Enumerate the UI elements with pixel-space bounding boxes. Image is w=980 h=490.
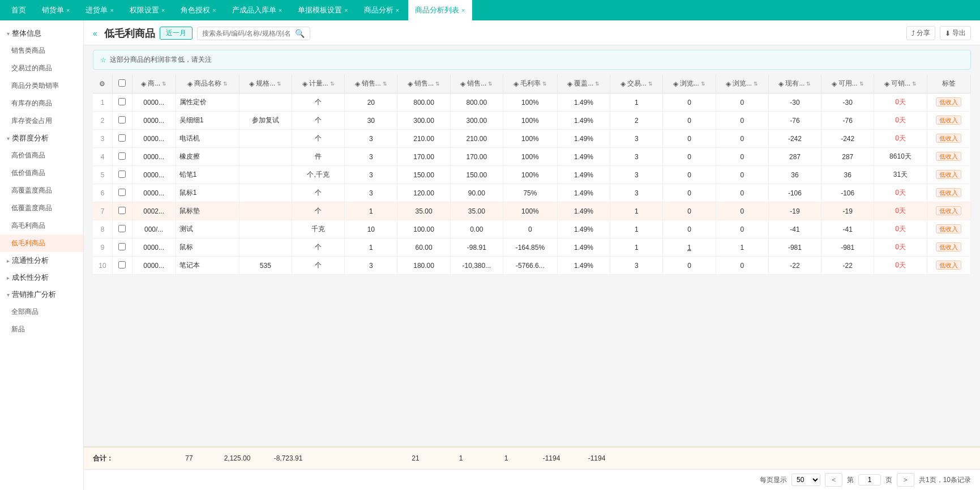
cell-checkbox[interactable] xyxy=(112,166,132,184)
nav-purchase-order[interactable]: 进货单 × xyxy=(79,0,120,20)
cell-transaction: 1 xyxy=(610,202,663,220)
row-checkbox[interactable] xyxy=(118,134,126,142)
sidebar-item-high-value[interactable]: 高价值商品 xyxy=(0,147,83,164)
sidebar-item-stock-capital[interactable]: 库存资金占用 xyxy=(0,112,83,130)
nav-close-analysis[interactable]: × xyxy=(396,7,399,14)
sidebar-item-high-margin[interactable]: 高毛利商品 xyxy=(0,217,83,235)
cell-browse1[interactable]: 0 xyxy=(663,166,716,184)
cell-gross-margin: 100% xyxy=(503,112,557,130)
cell-sale-price: 100.00 xyxy=(397,220,450,238)
sidebar-item-low-value[interactable]: 低价值商品 xyxy=(0,164,83,182)
nav-close-role[interactable]: × xyxy=(212,7,216,14)
filter-recent-month-btn[interactable]: 近一月 xyxy=(160,27,192,40)
cell-name: 鼠标垫 xyxy=(176,202,239,220)
cell-browse1[interactable]: 0 xyxy=(663,93,716,112)
share-btn[interactable]: ⤴ 分享 xyxy=(906,26,935,40)
nav-template-setting[interactable]: 单据模板设置 × xyxy=(291,0,354,20)
sidebar-item-category-rate[interactable]: 商品分类助销率 xyxy=(0,77,83,95)
row-checkbox[interactable] xyxy=(118,116,126,123)
row-checkbox[interactable] xyxy=(118,189,126,196)
sidebar-group-flow[interactable]: ▸ 流通性分析 xyxy=(0,252,83,269)
sidebar-item-low-margin[interactable]: 低毛利商品 xyxy=(0,235,83,252)
cell-browse2: 0 xyxy=(716,148,768,166)
nav-close-template[interactable]: × xyxy=(344,7,348,14)
row-checkbox[interactable] xyxy=(118,207,126,214)
cell-browse1[interactable]: 0 xyxy=(663,112,716,130)
cell-checkbox[interactable] xyxy=(112,238,132,257)
nav-close-purchase[interactable]: × xyxy=(110,7,113,14)
row-checkbox[interactable] xyxy=(118,243,126,250)
cell-checkbox[interactable] xyxy=(112,93,132,112)
nav-home[interactable]: 首页 xyxy=(5,0,33,20)
cell-checkbox[interactable] xyxy=(112,130,132,148)
col-settings[interactable]: ⚙ xyxy=(93,74,112,93)
cell-browse1[interactable]: 0 xyxy=(663,202,716,220)
cell-sale-price: 60.00 xyxy=(397,238,450,257)
cell-checkbox[interactable] xyxy=(112,148,132,166)
cell-browse1[interactable]: 0 xyxy=(663,220,716,238)
cell-name: 吴细细1 xyxy=(176,112,239,130)
browse-value: 0 xyxy=(687,117,691,125)
cell-browse1[interactable]: 0 xyxy=(663,148,716,166)
export-btn[interactable]: ⬇ 导出 xyxy=(940,26,971,40)
nav-product-entry[interactable]: 产成品入库单 × xyxy=(225,0,289,20)
cell-browse1[interactable]: 0 xyxy=(663,257,716,275)
cell-sale-profit: 150.00 xyxy=(450,166,503,184)
nav-permission-setting[interactable]: 权限设置 × xyxy=(123,0,172,20)
sidebar-item-all-goods[interactable]: 全部商品 xyxy=(0,303,83,321)
nav-close-permission[interactable]: × xyxy=(161,7,165,14)
cell-spec: 535 xyxy=(239,257,292,275)
collapse-sidebar-btn[interactable]: « xyxy=(93,29,97,38)
prev-page-btn[interactable]: ＜ xyxy=(825,473,842,487)
nav-goods-analysis-list[interactable]: 商品分析列表 × xyxy=(408,0,472,20)
cell-spec xyxy=(239,93,292,112)
sidebar-item-sales-goods[interactable]: 销售类商品 xyxy=(0,42,83,59)
nav-role-auth[interactable]: 角色授权 × xyxy=(174,0,222,20)
row-checkbox[interactable] xyxy=(118,152,126,160)
sidebar-item-stock-goods[interactable]: 有库存的商品 xyxy=(0,95,83,112)
row-checkbox[interactable] xyxy=(118,225,126,232)
main-layout: ▾ 整体信息 销售类商品 交易过的商品 商品分类助销率 有库存的商品 库存资金占… xyxy=(0,20,980,490)
cell-checkbox[interactable] xyxy=(112,220,132,238)
nav-close-product[interactable]: × xyxy=(279,7,282,14)
cell-sale-profit: 170.00 xyxy=(450,148,503,166)
sidebar-item-low-coverage[interactable]: 低覆盖度商品 xyxy=(0,199,83,217)
sidebar-item-traded-goods[interactable]: 交易过的商品 xyxy=(0,59,83,77)
browse-link[interactable]: 1 xyxy=(687,244,691,252)
cell-name: 橡皮擦 xyxy=(176,148,239,166)
cell-checkbox[interactable] xyxy=(112,112,132,130)
row-checkbox[interactable] xyxy=(118,171,126,178)
cell-checkbox[interactable] xyxy=(112,202,132,220)
cell-sale-qty: 1 xyxy=(345,238,397,257)
search-icon[interactable]: 🔍 xyxy=(295,29,305,38)
sidebar-group-marketing[interactable]: ▾ 营销推广分析 xyxy=(0,286,83,303)
nav-close-analysis-list[interactable]: × xyxy=(461,7,465,14)
col-saleable: ◈ 可销...⇅ xyxy=(874,74,927,93)
nav-sales-order[interactable]: 销货单 × xyxy=(35,0,76,20)
table-container[interactable]: ⚙ ◈ 商...⇅ ◈ 商品名称⇅ ◈ 规格...⇅ ◈ 计量...⇅ ◈ 销售… xyxy=(93,74,971,446)
next-page-btn[interactable]: ＞ xyxy=(897,473,914,487)
cell-checkbox[interactable] xyxy=(112,257,132,275)
sidebar-group-growth[interactable]: ▸ 成长性分析 xyxy=(0,269,83,286)
select-all-checkbox[interactable] xyxy=(118,79,126,87)
col-checkbox[interactable] xyxy=(112,74,132,93)
sidebar-item-new-goods[interactable]: 新品 xyxy=(0,321,83,338)
row-checkbox[interactable] xyxy=(118,261,126,269)
row-checkbox[interactable] xyxy=(118,98,126,105)
cell-spec xyxy=(239,148,292,166)
sidebar-group-overall[interactable]: ▾ 整体信息 xyxy=(0,25,83,42)
sidebar-item-high-coverage[interactable]: 高覆盖度商品 xyxy=(0,182,83,199)
cell-available: -76 xyxy=(821,112,874,130)
page-size-select[interactable]: 50 100 200 xyxy=(791,474,820,486)
page-input[interactable] xyxy=(858,474,881,485)
cell-browse1[interactable]: 1 xyxy=(663,238,716,257)
cell-browse1[interactable]: 0 xyxy=(663,130,716,148)
nav-close-sales[interactable]: × xyxy=(66,7,70,14)
cell-browse1[interactable]: 0 xyxy=(663,184,716,202)
search-input[interactable] xyxy=(202,29,293,37)
cell-sale-price: 210.00 xyxy=(397,130,450,148)
sidebar-group-cluster[interactable]: ▾ 类群度分析 xyxy=(0,130,83,147)
cell-checkbox[interactable] xyxy=(112,184,132,202)
browse-value: 0 xyxy=(687,171,691,179)
nav-goods-analysis[interactable]: 商品分析 × xyxy=(357,0,406,20)
